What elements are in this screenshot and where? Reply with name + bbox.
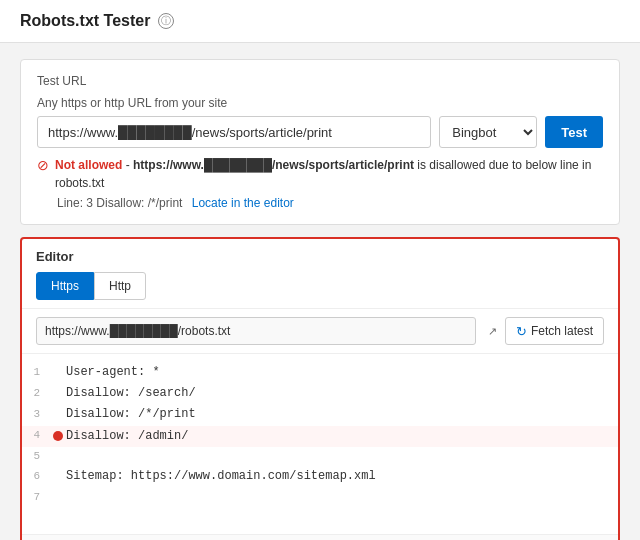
tab-https[interactable]: Https <box>36 272 94 300</box>
editor-title: Editor <box>36 249 604 264</box>
error-circle-icon: ⊘ <box>37 156 49 176</box>
code-line: 3 Disallow: /*/print <box>22 404 618 425</box>
test-button[interactable]: Test <box>545 116 603 148</box>
editor-footer: 1 0 ∧ ∨ Proceed → <box>22 534 618 540</box>
not-allowed-label: Not allowed <box>55 158 122 172</box>
editor-header: Editor Https Http <box>22 239 618 309</box>
code-line-error: 4 Disallow: /admin/ <box>22 426 618 447</box>
fetch-latest-button[interactable]: ↻ Fetch latest <box>505 317 604 345</box>
refresh-icon: ↻ <box>516 324 527 339</box>
external-link-icon[interactable]: ↗ <box>488 325 497 338</box>
line-info: Line: 3 Disallow: /*/print Locate in the… <box>57 196 603 210</box>
code-line: 2 Disallow: /search/ <box>22 383 618 404</box>
code-editor[interactable]: 1 User-agent: * 2 Disallow: /search/ 3 D… <box>22 354 618 534</box>
bot-select[interactable]: Bingbot Googlebot Applebot <box>439 116 537 148</box>
url-input[interactable] <box>37 116 431 148</box>
code-line: 1 User-agent: * <box>22 362 618 383</box>
main-content: Test URL Any https or http URL from your… <box>0 43 640 540</box>
page-title: Robots.txt Tester <box>20 12 150 30</box>
url-row: Bingbot Googlebot Applebot Test <box>37 116 603 148</box>
error-url: https://www.████████/news/sports/article… <box>133 158 414 172</box>
page-header: Robots.txt Tester ⓘ <box>0 0 640 43</box>
locate-in-editor-link[interactable]: Locate in the editor <box>192 196 294 210</box>
code-line: 7 <box>22 488 618 508</box>
tab-group: Https Http <box>36 272 604 300</box>
test-url-card: Test URL Any https or http URL from your… <box>20 59 620 225</box>
editor-toolbar: https://www.████████/robots.txt ↗ ↻ Fetc… <box>22 309 618 354</box>
error-text-line1: Not allowed - https://www.████████/news/… <box>55 156 603 192</box>
error-message: Not allowed - https://www.████████/news/… <box>55 156 603 192</box>
code-line: 6 Sitemap: https://www.domain.com/sitema… <box>22 466 618 487</box>
info-icon[interactable]: ⓘ <box>158 13 174 29</box>
error-row: ⊘ Not allowed - https://www.████████/new… <box>37 156 603 192</box>
editor-card: Editor Https Http https://www.████████/r… <box>20 237 620 540</box>
code-line: 5 <box>22 447 618 467</box>
error-dot <box>53 431 63 441</box>
editor-url-select[interactable]: https://www.████████/robots.txt <box>36 317 476 345</box>
url-hint: Any https or http URL from your site <box>37 96 603 110</box>
editor-url-wrapper: https://www.████████/robots.txt <box>36 317 476 345</box>
fetch-label: Fetch latest <box>531 324 593 338</box>
error-dash: - <box>126 158 133 172</box>
test-url-label: Test URL <box>37 74 603 88</box>
tab-http[interactable]: Http <box>94 272 146 300</box>
disallow-line: Line: 3 Disallow: /*/print <box>57 196 182 210</box>
